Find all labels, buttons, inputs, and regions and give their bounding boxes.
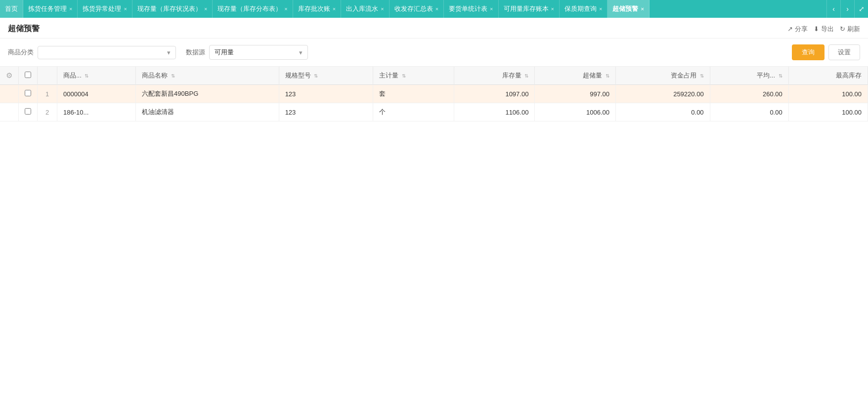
row-num-cell: 2: [38, 103, 57, 121]
datasource-label: 数据源: [186, 48, 205, 57]
close-tab-inventory-status[interactable]: ×: [204, 6, 207, 12]
row-checkbox-0[interactable]: [25, 90, 31, 96]
filter-actions: 查询 设置: [792, 44, 860, 60]
sort-unit-icon: ⇅: [402, 73, 406, 79]
query-button[interactable]: 查询: [792, 44, 825, 60]
nav-tab-order-stats[interactable]: 要货单统计表 ×: [444, 0, 498, 18]
category-filter: 商品分类 ▾: [8, 46, 176, 59]
close-tab-order-stats[interactable]: ×: [490, 6, 493, 12]
nav-tab-inventory-status[interactable]: 现存量（库存状况表） ×: [132, 0, 213, 18]
col-checkbox-header: [19, 67, 38, 85]
close-tab-abnormal[interactable]: ×: [124, 6, 127, 12]
row-max-stock: 100.00: [788, 85, 868, 103]
row-num-cell: 1: [38, 85, 57, 103]
datasource-select[interactable]: 可用量 ▾: [209, 45, 308, 60]
export-button[interactable]: ⬇ 导出: [814, 25, 834, 34]
close-tab-receive-summary[interactable]: ×: [435, 6, 438, 12]
col-unit[interactable]: 主计量 ⇅: [373, 67, 454, 85]
row-spec: 123: [279, 85, 373, 103]
close-tab-overstock-warning[interactable]: ×: [641, 6, 644, 12]
page-header: 超储预警 ↗ 分享 ⬇ 导出 ↻ 刷新: [0, 18, 868, 39]
row-checkbox-cell: [19, 103, 38, 121]
row-product-code: 0000004: [57, 85, 136, 103]
row-inventory: 1106.00: [454, 103, 535, 121]
nav-tab-inout-flow[interactable]: 出入库流水 ×: [341, 0, 389, 18]
row-product-code: 186-10...: [57, 103, 136, 121]
header-actions: ↗ 分享 ⬇ 导出 ↻ 刷新: [787, 25, 860, 34]
sort-product-code-icon: ⇅: [85, 73, 88, 79]
top-navigation: 首页 拣货任务管理 × 拣货异常处理 × 现存量（库存状况表） × 现存量（库存…: [0, 0, 868, 18]
col-product-code[interactable]: 商品... ⇅: [57, 67, 136, 85]
row-product-name: 六配套新昌490BPG: [136, 85, 279, 103]
row-unit: 个: [373, 103, 454, 121]
nav-tab-available-ledger[interactable]: 可用量库存账本 ×: [499, 0, 560, 18]
close-tab-available-ledger[interactable]: ×: [551, 6, 554, 12]
sort-spec-icon: ⇅: [314, 73, 318, 79]
close-tab-inventory-dist[interactable]: ×: [284, 6, 287, 12]
close-tab-inout-flow[interactable]: ×: [381, 6, 384, 12]
row-avg: 0.00: [710, 103, 788, 121]
nav-tab-task-mgmt[interactable]: 拣货任务管理 ×: [23, 0, 78, 18]
sort-avg-icon: ⇅: [779, 73, 782, 79]
refresh-button[interactable]: ↻ 刷新: [840, 25, 860, 34]
datasource-chevron-icon: ▾: [299, 49, 303, 56]
row-checkbox-cell: [19, 85, 38, 103]
nav-arrow-left[interactable]: ‹: [826, 0, 840, 18]
datasource-select-value: 可用量: [215, 48, 299, 57]
table-row: 2 186-10... 机油滤清器 123 个 1106.00 1006.00 …: [0, 103, 868, 121]
row-product-name: 机油滤清器: [136, 103, 279, 121]
share-button[interactable]: ↗ 分享: [787, 25, 808, 34]
table-header-row: ⚙ 商品... ⇅ 商品名称 ⇅ 规格型号: [0, 67, 868, 85]
nav-arrow-expand[interactable]: ⤢: [854, 0, 868, 18]
col-inventory[interactable]: 库存量 ⇅: [454, 67, 535, 85]
col-overstock[interactable]: 超储量 ⇅: [535, 67, 616, 85]
row-avg: 260.00: [710, 85, 788, 103]
row-spec: 123: [279, 103, 373, 121]
row-unit: 套: [373, 85, 454, 103]
nav-tab-inventory-dist[interactable]: 现存量（库存分布表） ×: [213, 0, 293, 18]
nav-arrows: ‹ › ⤢: [826, 0, 868, 18]
nav-tab-quality-check[interactable]: 保质期查询 ×: [560, 0, 608, 18]
datasource-filter: 数据源 可用量 ▾: [186, 45, 308, 60]
nav-tab-receive-summary[interactable]: 收发存汇总表 ×: [390, 0, 444, 18]
close-tab-quality-check[interactable]: ×: [599, 6, 602, 12]
sort-overstock-icon: ⇅: [606, 73, 609, 79]
table-body: 1 0000004 六配套新昌490BPG 123 套 1097.00 997.…: [0, 85, 868, 121]
gear-icon[interactable]: ⚙: [6, 71, 12, 79]
col-rownum: [38, 67, 57, 85]
category-select[interactable]: ▾: [38, 46, 176, 59]
row-max-stock: 100.00: [788, 103, 868, 121]
row-capital: 0.00: [615, 103, 710, 121]
col-avg[interactable]: 平均... ⇅: [710, 67, 788, 85]
category-chevron-icon: ▾: [167, 49, 171, 56]
filter-area: 商品分类 ▾ 数据源 可用量 ▾ 查询 设置: [0, 39, 868, 67]
row-inventory: 1097.00: [454, 85, 535, 103]
refresh-icon: ↻: [840, 25, 845, 33]
col-gear: ⚙: [0, 67, 19, 85]
data-table: ⚙ 商品... ⇅ 商品名称 ⇅ 规格型号: [0, 67, 868, 121]
sort-inventory-icon: ⇅: [524, 73, 528, 79]
sort-capital-icon: ⇅: [700, 73, 704, 79]
close-tab-task-mgmt[interactable]: ×: [69, 6, 72, 12]
col-spec[interactable]: 规格型号 ⇅: [279, 67, 373, 85]
row-gear-cell: [0, 85, 19, 103]
row-overstock: 997.00: [535, 85, 616, 103]
nav-arrow-right[interactable]: ›: [840, 0, 854, 18]
col-capital[interactable]: 资金占用 ⇅: [615, 67, 710, 85]
close-tab-batch-account[interactable]: ×: [333, 6, 336, 12]
page-container: 超储预警 ↗ 分享 ⬇ 导出 ↻ 刷新 商品分类 ▾ 数据源: [0, 18, 868, 395]
col-product-name[interactable]: 商品名称 ⇅: [136, 67, 279, 85]
select-all-checkbox[interactable]: [25, 72, 31, 78]
col-max-stock[interactable]: 最高库存: [788, 67, 868, 85]
row-checkbox-1[interactable]: [25, 108, 31, 115]
export-icon: ⬇: [814, 25, 819, 33]
nav-tab-batch-account[interactable]: 库存批次账 ×: [293, 0, 341, 18]
page-title: 超储预警: [8, 24, 40, 34]
settings-button[interactable]: 设置: [828, 44, 860, 60]
share-icon: ↗: [787, 25, 793, 33]
row-gear-cell: [0, 103, 19, 121]
nav-tab-abnormal[interactable]: 拣货异常处理 ×: [78, 0, 132, 18]
nav-tab-home[interactable]: 首页: [0, 0, 23, 18]
row-overstock: 1006.00: [535, 103, 616, 121]
nav-tab-overstock-warning[interactable]: 超储预警 ×: [608, 0, 649, 18]
